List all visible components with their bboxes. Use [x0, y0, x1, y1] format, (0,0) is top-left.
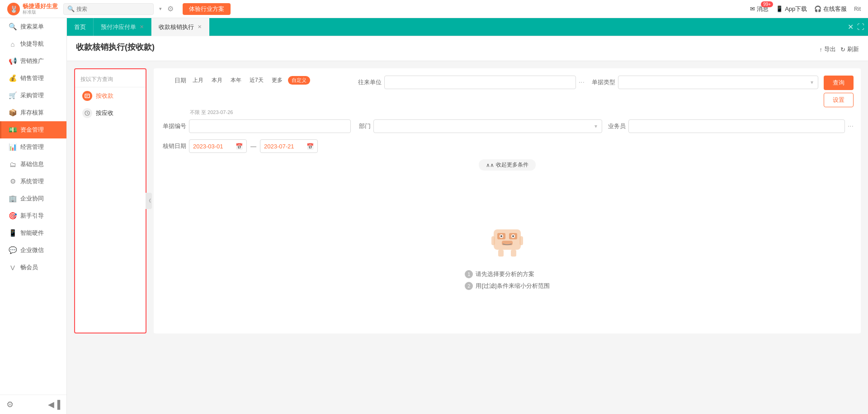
verify-date-range: 📅 — 📅 — [189, 139, 318, 153]
verify-date-start-wrap: 📅 — [189, 139, 247, 153]
filter-panel-title: 按以下方查询 — [75, 74, 146, 87]
sidebar-item-guide[interactable]: 🎯 新手引导 — [0, 207, 66, 224]
app-subtext: 标准版 — [23, 10, 58, 15]
search-input[interactable] — [76, 6, 150, 12]
finance-icon: 💵 — [9, 126, 17, 134]
tab-prepay[interactable]: 预付冲应付单 ✕ — [94, 18, 151, 36]
sidebar-label: 搜索菜单 — [20, 23, 44, 31]
filter-by-receivable[interactable]: 按应收 — [75, 105, 146, 122]
sidebar-bottom: ⚙ ◀▐ — [0, 395, 66, 414]
sidebar-item-hardware[interactable]: 📱 智能硬件 — [0, 224, 66, 242]
sidebar-item-purchase[interactable]: 🛒 采购管理 — [0, 87, 66, 104]
top-search-box[interactable]: 🔍 — [63, 3, 154, 15]
refresh-button[interactable]: ↻ 刷新 — [840, 45, 859, 53]
empty-tip-2: 2 用[过滤]条件来缩小分析范围 — [465, 282, 549, 290]
hardware-icon: 📱 — [9, 229, 17, 237]
building-icon: 🏢 — [9, 195, 17, 203]
staff-dots-icon[interactable]: ··· — [848, 122, 854, 130]
empty-illustration — [485, 216, 530, 261]
filter-collapse-button[interactable]: 《 — [146, 193, 152, 209]
filter-receipt-label: 按收款 — [96, 92, 113, 100]
sidebar-item-quick-nav[interactable]: ⌂ 快捷导航 — [0, 35, 66, 52]
doc-number-input[interactable] — [189, 119, 351, 133]
verify-date-end-input[interactable] — [264, 143, 305, 150]
doc-type-label: 单据类型 — [590, 78, 615, 86]
sidebar-item-collab[interactable]: 🏢 企业协同 — [0, 190, 66, 207]
gear-icon[interactable]: ⚙ — [167, 5, 174, 13]
date-options-group: 上月 本月 本年 近7天 更多 自定义 — [190, 76, 310, 85]
doc-type-field-group: 单据类型 ▾ — [590, 76, 818, 89]
chevron-up-icon: ∧∧ — [486, 162, 494, 168]
dept-select[interactable]: ▾ — [373, 119, 602, 133]
sidebar-item-inventory[interactable]: 📦 库存核算 — [0, 104, 66, 121]
collapse-more-button[interactable]: ∧∧ 收起更多条件 — [479, 159, 536, 171]
dept-field-group: 部门 ▾ — [356, 119, 602, 133]
chevron-left-icon: 《 — [146, 198, 151, 204]
counterpart-input[interactable] — [384, 76, 576, 89]
date-this-year[interactable]: 本年 — [228, 76, 244, 85]
query-row-2: 单据编号 部门 ▾ 业务员 — [161, 119, 854, 133]
sales-icon: 💰 — [9, 74, 17, 82]
query-button[interactable]: 查询 — [824, 76, 854, 90]
sidebar-label: 畅会员 — [20, 263, 38, 271]
receipt-verify-tab-close[interactable]: ✕ — [198, 24, 202, 30]
sidebar-item-system[interactable]: ⚙ 系统管理 — [0, 173, 66, 190]
date-this-month[interactable]: 本月 — [209, 76, 225, 85]
doc-number-label: 单据编号 — [161, 122, 186, 130]
staff-input[interactable] — [628, 119, 845, 133]
setting-button[interactable]: 设置 — [824, 93, 854, 107]
filter-by-receipt[interactable]: 按收款 — [75, 87, 146, 105]
verify-date-label: 核销日期 — [161, 142, 186, 150]
sidebar-item-biz[interactable]: 📊 经营管理 — [0, 138, 66, 156]
top-bar: 🐰 畅捷通好生意 标准版 🔍 ▾ ⚙ 体验行业方案 ✉ 消息 99+ 📱 App… — [0, 0, 868, 18]
sidebar-item-wechat[interactable]: 💬 企业微信 — [0, 242, 66, 259]
sidebar-item-marketing[interactable]: 📢 营销推广 — [0, 52, 66, 70]
page-title: 收款核销执行(按收款) — [76, 42, 155, 57]
close-tab-icon[interactable]: ✕ — [848, 23, 854, 31]
tab-bar: 首页 预付冲应付单 ✕ 收款核销执行 ✕ ✕ ⛶ — [67, 18, 868, 36]
trial-button[interactable]: 体验行业方案 — [183, 3, 231, 15]
doc-type-select[interactable]: ▾ — [618, 76, 818, 89]
sidebar-label: 企业协同 — [20, 195, 44, 203]
calendar-start-icon[interactable]: 📅 — [236, 143, 243, 150]
topbar-right: ✉ 消息 99+ 📱 App下载 🎧 在线客服 Rit — [750, 5, 861, 13]
svg-point-17 — [512, 235, 514, 237]
customer-service-link[interactable]: 🎧 在线客服 — [814, 5, 847, 13]
collapse-more-row: ∧∧ 收起更多条件 — [161, 159, 854, 171]
filter-panel: 按以下方查询 按收款 — [74, 68, 146, 333]
main-layout: 🔍 搜索菜单 ⌂ 快捷导航 📢 营销推广 💰 销售管理 🛒 采购管理 📦 库存核… — [0, 18, 868, 414]
svg-rect-0 — [85, 94, 90, 98]
message-icon: ✉ — [750, 5, 755, 12]
sidebar-item-finance[interactable]: 💵 资金管理 — [0, 121, 66, 138]
verify-date-start-input[interactable] — [193, 143, 234, 150]
staff-label: 业务员 — [608, 122, 626, 130]
calendar-end-icon[interactable]: 📅 — [307, 143, 314, 150]
counterpart-dots-icon[interactable]: ··· — [579, 78, 585, 86]
page-header: 收款核销执行(按收款) ↑ 导出 ↻ 刷新 — [67, 36, 868, 61]
date-more[interactable]: 更多 — [269, 76, 285, 85]
doc-number-field-group: 单据编号 — [161, 119, 351, 133]
box-icon: 📦 — [9, 109, 17, 117]
prepay-tab-close[interactable]: ✕ — [140, 24, 144, 30]
app-download-link[interactable]: 📱 App下载 — [776, 5, 807, 13]
svg-rect-11 — [519, 236, 523, 245]
sidebar-collapse-icon[interactable]: ◀▐ — [48, 400, 60, 409]
message-button[interactable]: ✉ 消息 99+ — [750, 5, 769, 13]
sidebar-item-sales[interactable]: 💰 销售管理 — [0, 70, 66, 87]
doc-type-arrow-icon: ▾ — [811, 79, 813, 86]
sidebar-item-search-menu[interactable]: 🔍 搜索菜单 — [0, 18, 66, 35]
sidebar-item-base-info[interactable]: 🗂 基础信息 — [0, 156, 66, 173]
date-separator: — — [250, 143, 256, 150]
export-button[interactable]: ↑ 导出 — [820, 45, 836, 53]
sidebar-item-member[interactable]: V 畅会员 — [0, 259, 66, 276]
expand-tab-icon[interactable]: ⛶ — [857, 23, 864, 31]
sidebar-label: 基础信息 — [20, 160, 44, 168]
filter-receivable-label: 按应收 — [96, 109, 113, 117]
settings-gear-icon[interactable]: ⚙ — [6, 400, 14, 409]
tab-home[interactable]: 首页 — [67, 18, 94, 36]
date-custom-tag[interactable]: 自定义 — [288, 76, 310, 85]
date-last-month[interactable]: 上月 — [190, 76, 206, 85]
date-last-7[interactable]: 近7天 — [247, 76, 266, 85]
tab-receipt-verify[interactable]: 收款核销执行 ✕ — [151, 18, 209, 36]
query-row-1: 日期 上月 本月 本年 近7天 更多 自定义 — [161, 76, 854, 107]
